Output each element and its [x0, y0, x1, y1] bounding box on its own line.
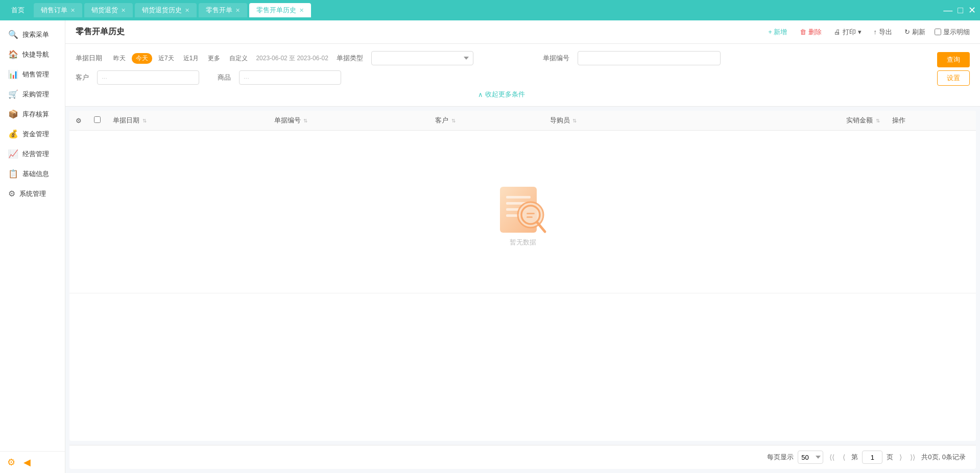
- doc-type-label: 单据类型: [337, 54, 363, 63]
- per-page-label: 每页显示: [767, 453, 794, 462]
- empty-row: 暂无数据: [69, 131, 976, 293]
- date-btn-more[interactable]: 更多: [205, 53, 223, 64]
- sidebar-item-quick-nav[interactable]: 🏠 快捷导航: [0, 44, 65, 64]
- th-amount: 实销金额 ⇅: [725, 111, 886, 131]
- tab-label-sales-return-history: 销货退货历史: [142, 6, 182, 15]
- sidebar-label-operations: 经营管理: [22, 150, 49, 159]
- sidebar-item-inventory[interactable]: 📦 库存核算: [0, 104, 65, 124]
- sidebar-icon-sales-mgmt: 📊: [8, 69, 18, 79]
- window-close-icon[interactable]: ✕: [968, 5, 976, 16]
- date-btn-custom[interactable]: 自定义: [226, 53, 251, 64]
- sort-date-icon[interactable]: ⇅: [142, 118, 147, 123]
- sidebar-item-operations[interactable]: 📈 经营管理: [0, 144, 65, 164]
- table-body: 暂无数据: [69, 131, 976, 293]
- tab-label-retail-open-history: 零售开单历史: [256, 6, 296, 15]
- page-label: 第: [851, 453, 858, 462]
- filter-dates: 昨天 今天 近7天 近1月 更多 自定义 2023-06-02 至 2023-0…: [110, 53, 328, 64]
- sidebar-settings-icon[interactable]: ⚙: [7, 457, 15, 468]
- sidebar-icon-search-purchase: 🔍: [8, 30, 18, 39]
- sidebar-item-search-purchase[interactable]: 🔍 搜索采单: [0, 24, 65, 44]
- page-title-bar: 零售开单历史 + 新增 🗑 删除 🖨 打印 ▾ ↑ 导出 ↻: [65, 20, 980, 44]
- empty-text: 暂无数据: [510, 238, 536, 247]
- nav-home[interactable]: 首页: [4, 6, 32, 15]
- date-btn-7days[interactable]: 近7天: [155, 53, 177, 64]
- prev-page-btn[interactable]: ⟨: [841, 452, 847, 462]
- nav-tab-sales-order[interactable]: 销售订单✕: [34, 3, 82, 17]
- doc-no-input[interactable]: [578, 51, 721, 65]
- tab-label-sales-order: 销售订单: [41, 6, 67, 15]
- th-date: 单据日期 ⇅: [107, 111, 268, 131]
- page-input[interactable]: [862, 451, 882, 464]
- add-button[interactable]: + 新增: [765, 26, 790, 39]
- tab-close-sales-return[interactable]: ✕: [121, 7, 126, 14]
- page-size-select[interactable]: 50 20 100: [798, 451, 823, 464]
- sidebar-icon-quick-nav: 🏠: [8, 49, 18, 59]
- nav-tab-sales-return[interactable]: 销货退货✕: [84, 3, 133, 17]
- th-spacer: [682, 111, 725, 131]
- sidebar-icon-inventory: 📦: [8, 109, 18, 119]
- set-button[interactable]: 设置: [937, 70, 970, 86]
- next-page-btn[interactable]: ⟩: [897, 452, 904, 462]
- sidebar-item-base-info[interactable]: 📋 基础信息: [0, 164, 65, 184]
- doc-type-select[interactable]: [371, 51, 473, 65]
- delete-icon: 🗑: [800, 28, 806, 36]
- th-no: 单据编号 ⇅: [268, 111, 429, 131]
- svg-rect-9: [527, 216, 533, 218]
- goods-label: 商品: [218, 73, 231, 82]
- sidebar-label-inventory: 库存核算: [22, 110, 49, 119]
- sidebar-item-sys-mgmt[interactable]: ⚙ 系统管理: [0, 184, 65, 204]
- sidebar-icon-purchase-mgmt: 🛒: [8, 89, 18, 99]
- tab-close-retail-open-history[interactable]: ✕: [299, 7, 304, 14]
- nav-tab-sales-return-history[interactable]: 销货退货历史✕: [135, 3, 197, 17]
- sort-amount-icon[interactable]: ⇅: [876, 118, 880, 123]
- sort-no-icon[interactable]: ⇅: [303, 118, 307, 123]
- select-all-checkbox[interactable]: [94, 116, 101, 123]
- settings-icon[interactable]: ⚙: [76, 117, 82, 125]
- tab-close-sales-return-history[interactable]: ✕: [185, 7, 189, 14]
- export-icon: ↑: [874, 28, 877, 36]
- th-checkbox[interactable]: [88, 111, 107, 131]
- th-settings[interactable]: ⚙: [69, 111, 88, 131]
- query-button[interactable]: 查询: [937, 52, 970, 67]
- sort-guide-icon[interactable]: ⇅: [572, 118, 577, 123]
- svg-rect-1: [506, 196, 531, 198]
- tab-label-sales-return: 销货退货: [91, 6, 118, 15]
- filter-area: 单据日期 昨天 今天 近7天 近1月 更多 自定义 2023-06-02 至 2…: [65, 44, 980, 107]
- sidebar-collapse-icon[interactable]: ◀: [23, 457, 31, 468]
- sidebar-label-purchase-mgmt: 采购管理: [22, 90, 49, 99]
- nav-tab-retail-open[interactable]: 零售开单✕: [199, 3, 247, 17]
- first-page-btn[interactable]: ⟨⟨: [827, 452, 836, 462]
- sort-customer-icon[interactable]: ⇅: [451, 118, 456, 123]
- window-minimize-icon[interactable]: —: [943, 5, 952, 16]
- sidebar-label-search-purchase: 搜索采单: [22, 30, 49, 39]
- empty-state: 暂无数据: [76, 136, 970, 288]
- th-guide: 导购员 ⇅: [544, 111, 682, 131]
- display-detail-input[interactable]: [935, 29, 941, 35]
- nav-tab-retail-open-history[interactable]: 零售开单历史✕: [249, 3, 311, 17]
- last-page-btn[interactable]: ⟩⟩: [908, 452, 917, 462]
- sidebar-label-quick-nav: 快捷导航: [22, 50, 49, 59]
- sidebar-label-sales-mgmt: 销售管理: [22, 70, 49, 79]
- sidebar-item-finance[interactable]: 💰 资金管理: [0, 124, 65, 144]
- tab-close-retail-open[interactable]: ✕: [235, 7, 240, 14]
- date-btn-1month[interactable]: 近1月: [180, 53, 202, 64]
- tab-close-sales-order[interactable]: ✕: [70, 7, 75, 14]
- customer-field[interactable]: ···: [97, 70, 199, 85]
- delete-button[interactable]: 🗑 删除: [797, 26, 825, 39]
- print-button[interactable]: 🖨 打印 ▾: [831, 26, 865, 39]
- sidebar-items: 🔍 搜索采单🏠 快捷导航📊 销售管理🛒 采购管理📦 库存核算💰 资金管理📈 经营…: [0, 24, 65, 204]
- top-nav: 首页 销售订单✕销货退货✕销货退货历史✕零售开单✕零售开单历史✕ — □ ✕: [0, 0, 980, 20]
- date-btn-today[interactable]: 今天: [132, 53, 152, 64]
- sidebar-item-purchase-mgmt[interactable]: 🛒 采购管理: [0, 84, 65, 104]
- date-btn-yesterday[interactable]: 昨天: [110, 53, 129, 64]
- export-button[interactable]: ↑ 导出: [871, 26, 896, 39]
- window-maximize-icon[interactable]: □: [958, 5, 963, 16]
- collapse-btn[interactable]: ∧ 收起更多条件: [76, 90, 927, 99]
- nav-tabs: 销售订单✕销货退货✕销货退货历史✕零售开单✕零售开单历史✕: [34, 3, 311, 17]
- sidebar-bottom: ⚙ ◀: [0, 451, 65, 473]
- display-detail-checkbox[interactable]: 显示明细: [935, 28, 970, 37]
- goods-field[interactable]: ···: [239, 70, 341, 85]
- sidebar-item-sales-mgmt[interactable]: 📊 销售管理: [0, 64, 65, 84]
- date-label: 单据日期: [76, 54, 102, 63]
- refresh-button[interactable]: ↻ 刷新: [901, 26, 928, 39]
